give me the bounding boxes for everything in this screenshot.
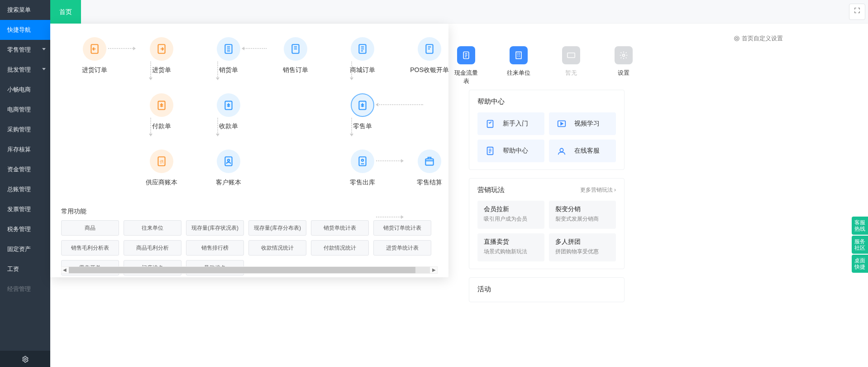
sidebar-item-ecommerce[interactable]: 电商管理 — [0, 100, 50, 120]
tabbar: 首页 — [50, 0, 868, 24]
shortcut-settings[interactable]: 设置 — [610, 46, 637, 85]
svg-point-0 — [24, 358, 26, 360]
settle-icon — [418, 150, 441, 173]
sidebar-item-funds[interactable]: 资金管理 — [0, 159, 50, 179]
chevron-down-icon — [42, 48, 46, 50]
flow-arrow — [150, 118, 151, 136]
node-retail-settle[interactable]: 零售结算 — [396, 150, 463, 187]
float-community[interactable]: 服务社区 — [852, 236, 868, 254]
common-btn[interactable]: 销货订单统计表 — [373, 220, 431, 236]
common-btn[interactable]: 商品毛利分析 — [124, 240, 181, 256]
svg-text:供: 供 — [160, 159, 164, 164]
svg-point-6 — [623, 54, 625, 57]
flow-arrow — [376, 217, 403, 217]
sidebar-item-xiaochang[interactable]: 小畅电商 — [0, 80, 50, 100]
sidebar-item-ledger[interactable]: 总账管理 — [0, 179, 50, 199]
sidebar-item-operation[interactable]: 经营管理 — [0, 279, 50, 299]
sidebar-item-inventory[interactable]: 库存核算 — [0, 140, 50, 159]
building-icon — [510, 46, 528, 64]
node-mall-order[interactable]: 商城订单 — [329, 37, 396, 74]
horizontal-scrollbar[interactable]: ◀ ▶ — [61, 266, 438, 274]
sidebar-item-wholesale[interactable]: 批发管理 — [0, 60, 50, 80]
mkt-item-group[interactable]: 多人拼团拼团购物享受优惠 — [549, 233, 616, 261]
float-hotline[interactable]: 客服热线 — [852, 217, 868, 235]
tab-home[interactable]: 首页 — [50, 0, 81, 24]
help-panel: 帮助中心 新手入门 视频学习 帮助中心 在线客服 — [469, 90, 625, 170]
flow-arrow — [217, 62, 218, 80]
doc-in-icon — [83, 37, 106, 61]
mkt-item-live[interactable]: 直播卖货场景式购物新玩法 — [477, 233, 544, 261]
common-btn[interactable]: 收款情况统计 — [248, 240, 306, 256]
scroll-left-icon[interactable]: ◀ — [62, 267, 68, 273]
more-link[interactable]: 更多营销玩法 › — [580, 186, 616, 194]
sidebar-item-quicknav[interactable]: 快捷导航 — [0, 20, 50, 40]
node-retail-bill[interactable]: 零售单 — [329, 93, 396, 130]
help-item-center[interactable]: 帮助中心 — [477, 140, 544, 162]
svg-point-2 — [736, 38, 738, 40]
help-item-newbie[interactable]: 新手入门 — [477, 112, 544, 135]
svg-point-1 — [734, 36, 739, 41]
node-customer-ledger[interactable]: 客户账本 — [195, 150, 262, 187]
scroll-track[interactable] — [69, 267, 430, 273]
money-icon — [351, 93, 374, 117]
sidebar-item-invoice[interactable]: 发票管理 — [0, 199, 50, 219]
help-item-video[interactable]: 视频学习 — [549, 112, 616, 135]
mkt-item-fission[interactable]: 裂变分销裂变式发展分销商 — [549, 201, 616, 229]
sidebar-item-assets[interactable]: 固定资产 — [0, 239, 50, 259]
common-btn[interactable]: 往来单位 — [124, 220, 181, 236]
common-btn[interactable]: 进货单统计表 — [373, 240, 431, 256]
sidebar-settings[interactable] — [0, 351, 50, 367]
quicknav-flyout: 进货订单 进货单 销货单 销售订单 商城订单 POS收银开单 付款单 收款单 零… — [50, 24, 448, 277]
svg-point-10 — [560, 149, 563, 152]
doc-icon — [351, 37, 374, 61]
common-btn[interactable]: 现存量(库存分布表) — [248, 220, 306, 236]
shortcut-company[interactable]: 往来单位 — [505, 46, 532, 85]
common-btn[interactable]: 销售排行榜 — [186, 240, 244, 256]
node-supplier-ledger[interactable]: 供供应商账本 — [128, 150, 195, 187]
common-btn[interactable]: 现存量(库存状况表) — [186, 220, 244, 236]
clipboard-icon — [484, 117, 496, 130]
out-icon — [351, 150, 374, 173]
fullscreen-icon — [854, 7, 861, 14]
common-btn[interactable]: 销货单统计表 — [311, 220, 369, 236]
node-sales-order[interactable]: 销售订单 — [262, 37, 329, 74]
help-item-support[interactable]: 在线客服 — [549, 140, 616, 162]
node-sales-bill[interactable]: 销货单 — [195, 37, 262, 74]
node-purchase-order[interactable]: 进货订单 — [61, 37, 128, 74]
flow-arrow — [376, 104, 426, 105]
node-receipt[interactable]: 收款单 — [195, 93, 262, 130]
gear-icon — [22, 356, 29, 363]
scroll-right-icon[interactable]: ▶ — [431, 267, 437, 273]
gear-icon — [615, 46, 633, 64]
node-purchase-bill[interactable]: 进货单 — [128, 37, 195, 74]
ledger-icon: 供 — [150, 150, 173, 173]
scroll-thumb[interactable] — [69, 267, 415, 273]
node-retail-out[interactable]: 零售出库 — [329, 150, 396, 187]
svg-rect-26 — [425, 159, 433, 165]
shortcut-empty[interactable]: 暂无 — [558, 46, 585, 85]
mkt-item-member[interactable]: 会员拉新吸引用户成为会员 — [477, 201, 544, 229]
sidebar-item-retail[interactable]: 零售管理 — [0, 40, 50, 60]
money-icon — [150, 93, 173, 117]
common-btn[interactable]: 销售毛利分析表 — [61, 240, 119, 256]
sidebar-item-search[interactable]: 搜索菜单 — [0, 0, 50, 20]
svg-point-25 — [362, 159, 363, 161]
flow-arrow — [351, 62, 352, 80]
headset-icon — [555, 145, 568, 157]
common-btn[interactable]: 付款情况统计 — [311, 240, 369, 256]
sidebar-item-tax[interactable]: 税务管理 — [0, 219, 50, 239]
fullscreen-button[interactable] — [849, 4, 865, 20]
float-desktop[interactable]: 桌面快捷 — [852, 255, 868, 273]
sidebar-item-salary[interactable]: 工资 — [0, 259, 50, 279]
flow-arrow — [351, 118, 352, 136]
document-icon — [484, 145, 496, 157]
node-payment[interactable]: 付款单 — [128, 93, 195, 130]
placeholder-icon — [562, 46, 580, 64]
flow-arrow — [217, 118, 218, 136]
common-btn[interactable]: 商品 — [61, 220, 119, 236]
custom-home-link[interactable]: 首页自定义设置 — [734, 34, 783, 43]
svg-rect-4 — [516, 52, 521, 59]
doc-out-icon — [150, 37, 173, 61]
node-pos[interactable]: POS收银开单 — [396, 37, 463, 74]
sidebar-item-purchase[interactable]: 采购管理 — [0, 120, 50, 140]
